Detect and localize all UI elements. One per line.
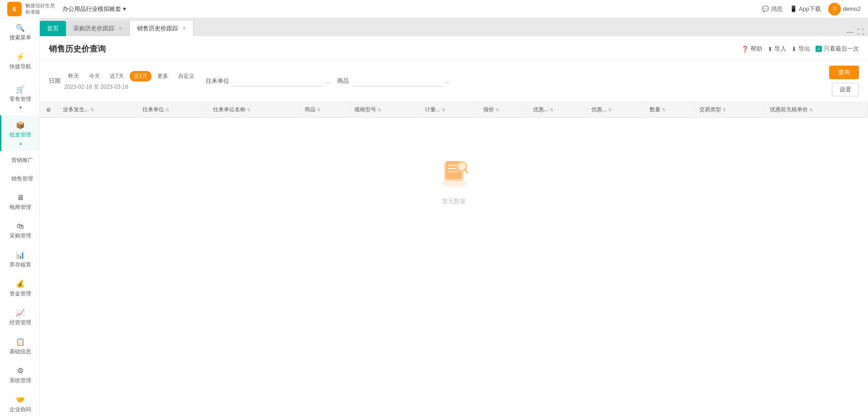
sidebar-item-marketing[interactable]: 营销推广 bbox=[0, 151, 39, 170]
settings-button[interactable]: 设置 bbox=[832, 83, 859, 96]
app-download-btn[interactable]: 📱 App下载 bbox=[790, 5, 821, 13]
product-input[interactable] bbox=[353, 76, 443, 86]
basic-info-icon: 📋 bbox=[16, 337, 25, 346]
product-ellipsis-btn[interactable]: ... bbox=[445, 78, 450, 85]
th-trade-type[interactable]: 交易类型 ⇅ bbox=[694, 102, 765, 118]
partner-input[interactable] bbox=[233, 76, 323, 86]
th-product[interactable]: 商品 ⇅ bbox=[300, 102, 350, 118]
sort-icon: ⇅ bbox=[90, 107, 94, 112]
date-btn-1month[interactable]: 近1月 bbox=[130, 71, 152, 81]
sidebar-item-operations[interactable]: 📈 经营管理 bbox=[0, 303, 39, 332]
close-icon[interactable]: × bbox=[119, 25, 122, 32]
tab-label: 采购历史价跟踪 bbox=[73, 24, 114, 33]
quick-nav-icon: ⚡ bbox=[16, 52, 25, 61]
sidebar-item-system[interactable]: ⚙ 系统管理 bbox=[0, 361, 39, 390]
th-biz-date[interactable]: 业务发生... ⇅ bbox=[58, 102, 137, 118]
top-bar: 6 畅捷信好生意 标准版 办公用品行业模拟账套 ▾ 💬 消息 📱 App下载 D… bbox=[0, 0, 868, 18]
sort-icon: ⇅ bbox=[495, 107, 499, 112]
sort-icon: ⇅ bbox=[317, 107, 321, 112]
tab-sales-history[interactable]: 销售历史价跟踪 × bbox=[130, 21, 193, 36]
retail-icon: 🛒 bbox=[16, 85, 25, 94]
th-unit[interactable]: 计量... ⇅ bbox=[420, 102, 479, 118]
maximize-btn[interactable]: ⛶ bbox=[857, 28, 864, 36]
page-title: 销售历史价查询 bbox=[49, 43, 106, 54]
empty-illustration bbox=[436, 154, 472, 190]
sidebar-item-finance[interactable]: 💰 资金管理 bbox=[0, 274, 39, 303]
app-selector[interactable]: 办公用品行业模拟账套 ▾ bbox=[59, 3, 130, 15]
message-btn[interactable]: 💬 消息 bbox=[762, 5, 783, 13]
partner-ellipsis-btn[interactable]: ... bbox=[325, 78, 330, 85]
minimize-btn[interactable]: — bbox=[846, 28, 854, 36]
sidebar-item-label: 库存核算 bbox=[9, 261, 31, 269]
close-icon[interactable]: × bbox=[183, 25, 186, 32]
home-tab-label: 首页 bbox=[47, 24, 59, 33]
sidebar-item-label: 快捷导航 bbox=[9, 63, 31, 71]
product-filter-label: 商品 bbox=[337, 77, 349, 85]
th-discount2[interactable]: 优惠... ⇅ bbox=[587, 102, 645, 118]
settings-icon: ⚙ bbox=[46, 107, 51, 113]
date-buttons: 昨天 今天 近7天 近1月 更多 自定义 bbox=[64, 71, 198, 81]
download-icon: 📱 bbox=[790, 5, 797, 12]
th-spec[interactable]: 规格型号 ⇅ bbox=[349, 102, 420, 118]
user-menu-btn[interactable]: D demo2 bbox=[828, 3, 861, 15]
sort-icon: ⇅ bbox=[662, 107, 665, 112]
empty-state: 暂无数据 bbox=[40, 118, 868, 242]
tab-purchase-history[interactable]: 采购历史价跟踪 × bbox=[66, 21, 130, 36]
sidebar-item-retail[interactable]: 🛒 零售管理 ▾ bbox=[0, 80, 39, 115]
th-settings[interactable]: ⚙ bbox=[40, 102, 58, 118]
operations-icon: 📈 bbox=[16, 309, 25, 317]
chevron-up-icon: ▴ bbox=[19, 141, 22, 146]
query-button[interactable]: 查询 bbox=[829, 66, 859, 79]
th-partner-name[interactable]: 往来单位名称 ⇅ bbox=[208, 102, 300, 118]
table-container: ⚙ 业务发生... ⇅ 往来单 bbox=[40, 102, 868, 118]
sort-icon: ⇅ bbox=[165, 107, 169, 112]
sidebar-item-ecommerce[interactable]: 🖥 电商管理 bbox=[0, 188, 39, 217]
partner-filter-group: 往来单位 ... bbox=[206, 76, 330, 86]
th-partner-code[interactable]: 往来单位 ⇅ bbox=[137, 102, 208, 118]
empty-text: 暂无数据 bbox=[442, 197, 466, 205]
sidebar-item-sales-mgmt[interactable]: 销售管理 bbox=[0, 170, 39, 188]
sidebar-item-inventory[interactable]: 📊 库存核算 bbox=[0, 245, 39, 274]
sidebar-item-wholesale[interactable]: 📦 批发管理 ▴ bbox=[0, 115, 39, 151]
sidebar-item-quick-nav[interactable]: ⚡ 快捷导航 bbox=[0, 47, 39, 76]
th-quote[interactable]: 报价 ⇅ bbox=[479, 102, 528, 118]
sort-icon: ⇅ bbox=[377, 107, 381, 112]
import-btn[interactable]: ⬆ 导入 bbox=[768, 45, 786, 53]
finance-icon: 💰 bbox=[16, 280, 25, 288]
date-btn-today[interactable]: 今天 bbox=[85, 71, 104, 81]
sidebar-item-label: 零售管理 bbox=[9, 95, 31, 103]
data-table: ⚙ 业务发生... ⇅ 往来单 bbox=[40, 102, 868, 118]
th-quantity[interactable]: 数量 ⇅ bbox=[645, 102, 695, 118]
chevron-down-icon: ▾ bbox=[19, 105, 22, 110]
sidebar-item-enterprise[interactable]: 🤝 企业协同 bbox=[0, 390, 39, 418]
help-btn[interactable]: ❓ 帮助 bbox=[741, 45, 762, 53]
avatar: D bbox=[828, 3, 841, 15]
sidebar-item-purchase[interactable]: 🛍 采购管理 bbox=[0, 217, 39, 245]
wholesale-icon: 📦 bbox=[16, 121, 25, 129]
sort-icon: ⇅ bbox=[247, 107, 250, 112]
main-layout: 🔍 搜索菜单 ⚡ 快捷导航 🛒 零售管理 ▾ 📦 批发管理 ▴ 营销推广 销售管… bbox=[0, 18, 868, 418]
th-discount1[interactable]: 优惠... ⇅ bbox=[528, 102, 586, 118]
tab-home[interactable]: 首页 bbox=[40, 21, 66, 36]
sidebar-item-label: 营销推广 bbox=[11, 157, 33, 164]
content-area: 首页 采购历史价跟踪 × 销售历史价跟踪 × — ⛶ 销售历史价查询 bbox=[40, 18, 868, 418]
date-btn-7days[interactable]: 近7天 bbox=[106, 71, 128, 81]
sidebar-item-basic-info[interactable]: 📋 基础信息 bbox=[0, 332, 39, 361]
app-title: 畅捷信好生意 标准版 bbox=[25, 3, 55, 14]
export-btn[interactable]: ⬇ 导出 bbox=[792, 45, 810, 53]
date-filter-label: 日期 bbox=[49, 77, 61, 85]
partner-input-group: ... bbox=[233, 76, 330, 86]
help-icon: ❓ bbox=[741, 46, 749, 52]
sidebar-item-search[interactable]: 🔍 搜索菜单 bbox=[0, 18, 39, 47]
page-inner: 销售历史价查询 ❓ 帮助 ⬆ 导入 ⬇ 导出 bbox=[40, 36, 868, 418]
sidebar-item-label: 经营管理 bbox=[9, 319, 31, 327]
system-icon: ⚙ bbox=[17, 366, 24, 375]
date-btn-more[interactable]: 更多 bbox=[153, 71, 172, 81]
only-last-checkbox[interactable]: ✓ bbox=[816, 46, 822, 52]
th-pretax-price[interactable]: 优惠前无税单价 ⇅ bbox=[765, 102, 868, 118]
date-btn-custom[interactable]: 自定义 bbox=[174, 71, 198, 81]
only-last-checkbox-group[interactable]: ✓ 只看最后一次 bbox=[816, 45, 859, 53]
sort-icon: ⇅ bbox=[722, 107, 726, 112]
enterprise-icon: 🤝 bbox=[16, 395, 25, 404]
date-btn-yesterday[interactable]: 昨天 bbox=[64, 71, 83, 81]
